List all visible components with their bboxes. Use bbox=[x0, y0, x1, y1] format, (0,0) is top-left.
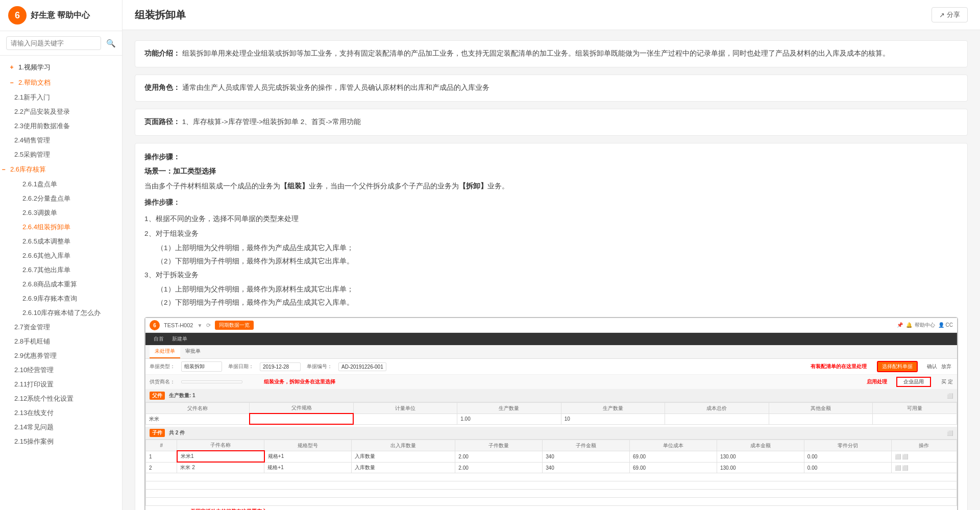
step2-sub1: （1）上部明细为父件明细，最终作为产成品生成其它入库单； bbox=[157, 242, 958, 254]
ops-title: 操作步骤： bbox=[144, 153, 958, 162]
btn-bom[interactable]: 选择配料单据 bbox=[877, 361, 918, 372]
lower-table-row4 bbox=[146, 481, 957, 490]
share-button[interactable]: ↗ 分享 bbox=[932, 7, 968, 22]
cell-cqty2: 2.00 bbox=[455, 462, 543, 473]
sidebar-item-cost-recalc[interactable]: 2.6.8商品成本重算 bbox=[22, 277, 122, 292]
col-part-cut: 零件分切 bbox=[804, 440, 891, 451]
sidebar-item-beginner[interactable]: 2.1新手入门 bbox=[14, 90, 122, 105]
cell-cut2: 0.00 bbox=[804, 462, 891, 473]
sidebar-item-faq[interactable]: 2.14常见问题 bbox=[14, 420, 122, 434]
share-label: 分享 bbox=[947, 10, 960, 19]
col-child-seq: # bbox=[146, 440, 177, 451]
sidebar-item-label: 1.视频学习 bbox=[18, 63, 51, 72]
app-form-row2: 供货商名： 组装业务，拆卸业务在这里选择 启用处理 企业品用 买 定 bbox=[145, 375, 957, 390]
sidebar-item-inventory-fix[interactable]: 2.6.10库存账本错了怎么办 bbox=[22, 306, 122, 320]
sidebar-item-label: 2.帮助文档 bbox=[18, 78, 51, 87]
sidebar-item-purchase[interactable]: 2.5采购管理 bbox=[14, 148, 122, 162]
sidebar-item-ops[interactable]: 2.10经营管理 bbox=[14, 363, 122, 377]
col-child-amt: 子件金额 bbox=[543, 440, 630, 451]
sidebar-item-finance[interactable]: 2.7资金管理 bbox=[14, 320, 122, 334]
feature-label: 功能介绍： bbox=[144, 50, 180, 57]
sidebar-item-docs[interactable]: − 2.帮助文档 bbox=[0, 75, 122, 90]
app-navbar: 自首 新建单 bbox=[145, 333, 957, 345]
cell-prod-qty2: 10 bbox=[561, 414, 665, 424]
sidebar-item-video[interactable]: + 1.视频学习 bbox=[0, 60, 122, 75]
sidebar-item-other-out[interactable]: 2.6.7其他出库单 bbox=[22, 263, 122, 277]
col-actions: 操作 bbox=[891, 440, 957, 451]
app-period-btn[interactable]: 同期数据一览 bbox=[215, 321, 254, 330]
sidebar-item-other-in[interactable]: 2.6.6其他入库单 bbox=[22, 249, 122, 263]
app-tab-unprocessed[interactable]: 未处理单 bbox=[150, 345, 180, 358]
field-input-no[interactable]: AD-20191226-001 bbox=[338, 362, 386, 371]
sidebar-item-cost-adjust[interactable]: 2.6.5成本调整单 bbox=[22, 234, 122, 249]
cell-camt2: 340 bbox=[543, 462, 630, 473]
scene1-title: 场景一：加工类型选择 bbox=[144, 167, 958, 176]
lower-table-row3 bbox=[146, 473, 957, 481]
col-avail: 可用量 bbox=[872, 403, 957, 414]
sidebar-item-payment[interactable]: 2.13在线支付 bbox=[14, 406, 122, 420]
sidebar-item-transfer[interactable]: 2.6.3调拨单 bbox=[22, 206, 122, 220]
field-input-type[interactable]: 组装拆卸 bbox=[181, 361, 222, 372]
logo-icon: 6 bbox=[8, 6, 27, 25]
expand-btn-upper[interactable]: ⬜ bbox=[947, 393, 953, 399]
lower-table-row1: 1 米米1 规格+1 入库数量 2.00 340 69.00 130.00 0.… bbox=[146, 451, 957, 462]
role-label: 使用角色： bbox=[144, 84, 180, 91]
share-icon: ↗ bbox=[939, 11, 945, 19]
path-label: 页面路径： bbox=[144, 118, 180, 126]
sidebar-item-partial-stocktake[interactable]: 2.6.2分量盘点单 bbox=[22, 191, 122, 206]
expand-btn-lower[interactable]: ⬜ bbox=[947, 430, 953, 436]
role-block: 使用角色： 通常由生产人员或库管人员完成拆装业务的操作，库管人员确认原材料的出库… bbox=[135, 75, 968, 102]
sidebar-item-mobile[interactable]: 2.8手机旺铺 bbox=[14, 334, 122, 349]
section-label-upper: 生产数量: 1 bbox=[169, 392, 195, 399]
sidebar-item-sales[interactable]: 2.4销售管理 bbox=[14, 133, 122, 148]
lower-table-row6 bbox=[146, 498, 957, 506]
app-company: TEST-H002 bbox=[164, 322, 193, 328]
collapse-icon: − bbox=[8, 79, 15, 86]
sidebar-item-system[interactable]: 2.12系统个性化设置 bbox=[14, 392, 122, 406]
step1: 1、根据不同的业务，选择不同单据的类型来处理 bbox=[144, 213, 958, 225]
app-dropdown-icon: ▼ bbox=[197, 323, 202, 328]
cell-child-spec2: 规格+1 bbox=[264, 462, 352, 473]
step3-sub: （1）上部明细为父件明细，最终作为原材料生成其它出库单； （2）下部明细为子件明… bbox=[144, 283, 958, 309]
app-icons-right: 📌 🔔 帮助中心 👤 CC bbox=[897, 322, 953, 329]
sidebar-sub-inventory: 2.6.1盘点单 2.6.2分量盘点单 2.6.3调拨单 2.6.4组装拆卸单 … bbox=[14, 177, 122, 320]
sidebar-item-inventory[interactable]: − 2.6库存核算 bbox=[0, 162, 122, 177]
ops-steps-label: 操作步骤： bbox=[144, 197, 958, 209]
btn-submit[interactable]: 确认 放弃 bbox=[927, 363, 953, 370]
app-nav-home[interactable]: 自首 bbox=[150, 333, 168, 345]
sidebar-item-assembly[interactable]: 2.6.4组装拆卸单 bbox=[22, 220, 122, 234]
sidebar-item-inventory-query[interactable]: 2.6.9库存账本查询 bbox=[22, 292, 122, 306]
sidebar-item-install[interactable]: 2.2产品安装及登录 bbox=[14, 105, 122, 119]
main-header: 组装拆卸单 ↗ 分享 bbox=[122, 0, 980, 30]
cell-ucost2: 69.00 bbox=[630, 462, 717, 473]
annotation-enable: 启用处理 bbox=[867, 378, 887, 385]
subfield-input[interactable] bbox=[181, 380, 242, 383]
sidebar: 6 好生意 帮助中心 🔍 + 1.视频学习 − 2.帮助文档 2.1新手入门 2… bbox=[0, 0, 122, 510]
sidebar-item-stocktake[interactable]: 2.6.1盘点单 bbox=[22, 177, 122, 191]
field-input-date[interactable]: 2019-12-28 bbox=[260, 362, 301, 371]
sidebar-item-cases[interactable]: 2.15操作案例 bbox=[14, 434, 122, 449]
btn-setting[interactable]: 买 定 bbox=[941, 378, 953, 385]
field-label-no: 单据编号： bbox=[307, 363, 332, 370]
path-text: 1、库存核算->库存管理->组装拆卸单 2、首页->常用功能 bbox=[182, 118, 361, 126]
cell-other-amt bbox=[769, 414, 872, 424]
sidebar-item-print[interactable]: 2.11打印设置 bbox=[14, 377, 122, 392]
search-button[interactable]: 🔍 bbox=[104, 38, 118, 49]
cell-ucost1: 69.00 bbox=[630, 451, 717, 462]
step3: 3、对于拆装业务 bbox=[144, 269, 958, 281]
cell-cost-total bbox=[665, 414, 769, 424]
sidebar-item-data-prep[interactable]: 2.3使用前数据准备 bbox=[14, 119, 122, 133]
cell-parent-spec bbox=[250, 414, 353, 424]
page-title: 组装拆卸单 bbox=[135, 8, 186, 22]
cell-seq2: 2 bbox=[146, 462, 177, 473]
app-nav-new[interactable]: 新建单 bbox=[168, 333, 191, 345]
collapse-icon-inventory: − bbox=[0, 166, 7, 173]
search-input[interactable] bbox=[6, 36, 101, 50]
sidebar-item-coupon[interactable]: 2.9优惠券管理 bbox=[14, 349, 122, 363]
btn-enable[interactable]: 企业品用 bbox=[896, 377, 931, 387]
app-tabs: 未处理单 审批单 bbox=[145, 345, 957, 359]
app-tab-approval[interactable]: 审批单 bbox=[180, 345, 206, 358]
annotation-type: 组装业务，拆卸业务在这里选择 bbox=[264, 378, 335, 385]
scene1-desc: 当由多个子件材料组装成一个成品的业务为【组装】业务，当由一个父件拆分成多个子产品… bbox=[144, 180, 958, 192]
subfield-label: 供货商名： bbox=[150, 378, 175, 385]
